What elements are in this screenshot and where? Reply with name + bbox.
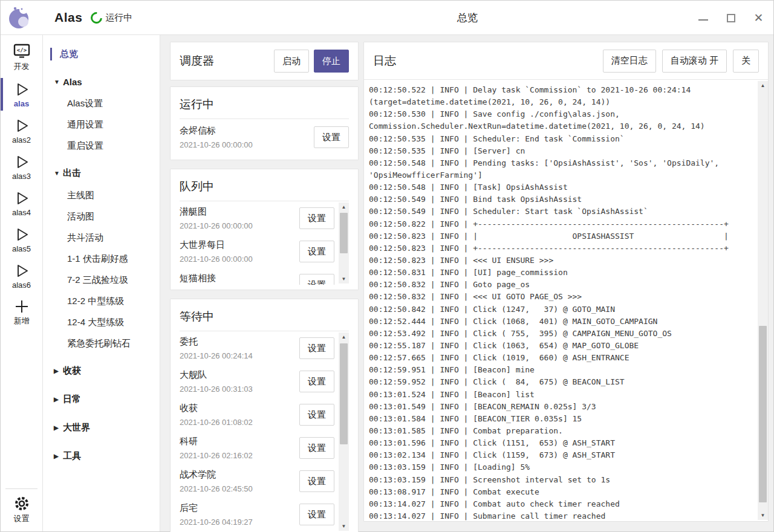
task-settings-button[interactable]: 设置 [299,404,334,426]
scroll-down-icon[interactable]: ▼ [339,522,349,531]
nav-item[interactable]: ▶ 大世界 [43,416,160,440]
task-settings-button[interactable]: 设置 [299,337,334,359]
clear-log-button[interactable]: 清空日志 [603,50,656,73]
nav-item-label: 通用设置 [67,119,103,131]
nav-item[interactable]: ▼ Alas [43,71,160,93]
maximize-button[interactable] [726,13,736,23]
log-body: 00:12:50.522 | INFO | Delay task `Commis… [364,80,768,521]
play-icon [13,226,30,243]
task-settings-button[interactable]: 设置 [299,470,334,492]
play-icon [13,117,30,134]
task-settings-button[interactable]: 设置 [299,274,334,285]
sidebar-item-profile[interactable]: alas4 [1,185,42,221]
nav-item[interactable]: 重启设置 [43,135,160,157]
task-time: 2021-10-26 02:16:02 [180,451,253,460]
scroll-down-icon[interactable]: ▼ [339,274,349,284]
log-output: 00:12:50.522 | INFO | Delay task `Commis… [364,80,768,521]
nav-item-label: 12-2 中型练级 [67,296,124,307]
task-time: 2021-10-26 02:45:50 [180,484,253,493]
task-row: 收获 2021-10-26 01:08:02 设置 [180,398,334,431]
sidebar-item-label: alas4 [12,208,31,217]
scroll-up-icon[interactable]: ▲ [339,332,349,342]
task-time: 2021-10-26 04:19:27 [180,517,253,527]
nav-menu: 总览 ▼ Alas Alas设置 通用设置 [43,35,160,531]
status-text: 运行中 [105,12,132,24]
nav-item[interactable]: 12-4 大型练级 [43,312,160,333]
scroll-thumb[interactable] [340,343,348,444]
nav-item-label: 出击 [63,167,81,179]
task-time: 2021-10-26 00:24:14 [180,351,253,360]
sidebar-item-label: 设置 [14,513,30,524]
task-name: 后宅 [180,502,253,514]
scrollbar[interactable]: ▲ ▼ [758,81,768,520]
sidebar-item-profile[interactable]: alas [1,76,42,112]
scroll-up-icon[interactable]: ▲ [758,81,768,90]
sidebar-item-profile[interactable]: alas5 [1,221,42,258]
nav-item[interactable]: Alas设置 [43,93,160,114]
sidebar-item-label: alas6 [12,281,31,290]
scrollbar[interactable]: ▲ ▼ [339,332,349,531]
task-settings-button[interactable]: 设置 [299,207,334,229]
minimize-button[interactable] [698,13,708,23]
play-icon [13,190,30,207]
running-spinner-icon [88,10,105,26]
task-row: 委托 2021-10-26 00:24:14 设置 [180,331,334,365]
play-icon [13,81,30,98]
start-button[interactable]: 启动 [274,50,309,73]
nav-item[interactable]: 主线图 [43,185,160,206]
close-button[interactable]: ✕ [753,13,764,23]
app-logo [7,5,31,30]
scroll-thumb[interactable] [340,213,348,253]
nav-item[interactable]: 1-1 伏击刷好感 [43,248,160,270]
autoscroll-toggle-button[interactable]: 自动滚动 开 [662,50,727,73]
nav-item[interactable]: 7-2 三战捡垃圾 [43,270,160,291]
scroll-down-icon[interactable]: ▼ [758,511,768,520]
task-settings-button[interactable]: 设置 [299,371,334,392]
stop-button[interactable]: 停止 [314,50,349,73]
sidebar-item-profile[interactable]: alas2 [1,112,42,149]
nav-arrow-icon: ▶ [54,424,63,431]
window-title: 总览 [457,11,478,25]
nav-item[interactable]: ▼ 出击 [43,161,160,185]
waiting-list: 委托 2021-10-26 00:24:14 设置 大舰队 2021- [180,331,349,532]
task-settings-button[interactable]: 设置 [299,504,334,525]
nav-item[interactable]: 紧急委托刷钻石 [43,333,160,354]
scheduler-panel: 调度器 启动 停止 [170,42,359,80]
nav-item[interactable]: 总览 [43,42,160,66]
scroll-thumb[interactable] [759,326,767,502]
task-time: 2021-10-26 00:00:00 [180,140,253,149]
nav-item[interactable]: 活动图 [43,206,160,227]
nav-item-label: 主线图 [67,190,94,201]
nav-item[interactable]: 共斗活动 [43,227,160,248]
running-card: 运行中 余烬信标 2021-10-26 00:00:00 设置 [170,86,359,160]
task-settings-button[interactable]: 设置 [299,437,334,459]
nav-item[interactable]: ▶ 收获 [43,359,160,383]
play-icon [13,262,30,279]
nav-item[interactable]: 12-2 中型练级 [43,291,160,312]
nav-item-label: 收获 [63,365,81,377]
nav-list: 总览 ▼ Alas Alas设置 通用设置 [43,42,160,468]
task-row: 大舰队 2021-10-26 00:31:03 设置 [180,365,334,398]
queue-title: 队列中 [180,177,349,201]
nav-item-label: 日常 [63,394,81,405]
task-settings-button[interactable]: 设置 [314,126,349,148]
log-off-button[interactable]: 关 [733,50,759,73]
waiting-card: 等待中 委托 2021-10-26 00:24:14 [170,299,359,532]
nav-item[interactable]: 通用设置 [43,114,160,135]
sidebar-item-profile[interactable]: alas3 [1,149,42,185]
task-row: 大世界每日 2021-10-26 00:00:00 设置 [180,235,334,268]
sidebar-item-add[interactable]: 新增 [1,294,42,331]
scroll-up-icon[interactable]: ▲ [339,203,349,212]
task-time: 2021-10-26 00:31:03 [180,384,253,394]
nav-item-label: 共斗活动 [67,232,103,244]
sidebar-item-profile[interactable]: alas6 [1,258,42,294]
nav-arrow-icon: ▶ [54,368,63,374]
nav-item[interactable]: ▶ 日常 [43,388,160,411]
nav-arrow-icon: ▼ [54,79,63,85]
task-settings-button[interactable]: 设置 [299,241,334,262]
sidebar-item-settings[interactable]: 设置 [5,488,37,531]
sidebar-item-dev[interactable]: </> 开发 [1,39,42,76]
nav-item[interactable]: ▶ 工具 [43,444,160,468]
scrollbar[interactable]: ▲ ▼ [339,203,349,284]
sidebar-item-label: alas3 [12,172,31,181]
